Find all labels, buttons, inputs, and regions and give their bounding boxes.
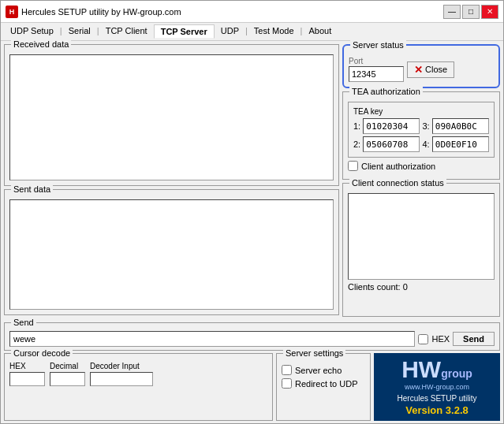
decimal-decode-label: Decimal	[50, 362, 85, 370]
server-echo-label: Server echo	[295, 366, 342, 375]
hex-decode-input[interactable]	[9, 372, 45, 386]
window-title: Hercules SETUP utility by HW-group.com	[21, 7, 181, 17]
server-settings-label: Server settings	[283, 348, 345, 358]
left-panel: Received data Sent data	[4, 44, 339, 317]
port-row: Port ✕ Close	[349, 57, 494, 82]
tea-key-grid: 1: 3: 2: 4:	[353, 118, 489, 152]
hw-product: Hercules SETUP utility	[398, 394, 477, 403]
title-bar: H Hercules SETUP utility by HW-group.com…	[1, 1, 503, 23]
redirect-udp-label: Redirect to UDP	[295, 379, 357, 389]
cursor-decode-label: Cursor decode	[11, 348, 73, 358]
menu-tcp-server[interactable]: TCP Server	[154, 24, 215, 39]
redirect-udp-row: Redirect to UDP	[282, 378, 365, 389]
sent-data-group: Sent data	[4, 189, 339, 315]
tea-key-2-label: 2:	[353, 139, 360, 149]
bottom-area: Send HEX Send Cursor decode HEX Dec	[1, 320, 503, 423]
hex-checkbox[interactable]	[418, 334, 428, 344]
send-button[interactable]: Send	[453, 332, 495, 346]
client-status-area	[348, 193, 495, 280]
port-input[interactable]	[349, 66, 404, 82]
tea-key-3-input[interactable]	[432, 118, 489, 134]
server-settings-group: Server settings Server echo Redirect to …	[276, 353, 371, 421]
server-status-group: Server status Port ✕ Close	[342, 44, 500, 88]
main-window: H Hercules SETUP utility by HW-group.com…	[0, 0, 504, 424]
clients-count-row: Clients count: 0	[348, 282, 495, 292]
send-group: Send HEX Send	[4, 322, 500, 351]
server-echo-checkbox[interactable]	[282, 365, 292, 375]
tea-group: TEA authorization TEA key 1: 3: 2: 4:	[342, 91, 500, 180]
menu-bar: UDP Setup | Serial | TCP Client TCP Serv…	[1, 23, 503, 41]
client-auth-checkbox[interactable]	[348, 161, 358, 171]
redirect-udp-checkbox[interactable]	[282, 378, 292, 389]
right-panel: Server status Port ✕ Close TEA authoriza…	[342, 44, 500, 317]
received-data-area[interactable]	[9, 54, 334, 180]
hw-logo: HW group	[401, 358, 472, 381]
decoder-input-field[interactable]	[90, 372, 153, 386]
hw-url: www.HW-group.com	[405, 383, 469, 391]
hex-decode-col: HEX	[9, 362, 45, 386]
hw-logo-panel: HW group www.HW-group.com Hercules SETUP…	[374, 353, 500, 421]
tea-key-4-input[interactable]	[432, 136, 489, 152]
menu-about[interactable]: About	[302, 24, 338, 39]
title-bar-left: H Hercules SETUP utility by HW-group.com	[6, 6, 181, 18]
send-row: HEX Send	[9, 331, 495, 347]
menu-tcp-client[interactable]: TCP Client	[99, 24, 154, 39]
main-content: Received data Sent data Server status Po…	[1, 41, 503, 320]
bottom-controls-row: Cursor decode HEX Decimal Decoder Input	[4, 353, 500, 421]
hex-decode-label: HEX	[9, 362, 45, 370]
received-data-label: Received data	[11, 39, 71, 49]
tea-key-label: TEA key	[353, 107, 489, 116]
menu-udp[interactable]: UDP	[215, 24, 245, 39]
hex-label: HEX	[431, 334, 450, 344]
maximize-button[interactable]: □	[462, 5, 480, 19]
app-icon: H	[6, 6, 18, 18]
decoder-input-label: Decoder Input	[90, 362, 153, 370]
server-status-label: Server status	[350, 40, 406, 50]
menu-test-mode[interactable]: Test Mode	[248, 24, 301, 39]
server-close-button[interactable]: ✕ Close	[407, 61, 454, 78]
clients-count-value: 0	[403, 282, 408, 292]
hw-letters: HW	[401, 358, 441, 381]
tea-label: TEA authorization	[349, 87, 423, 96]
hw-group-text: group	[441, 367, 472, 380]
sent-data-label: Sent data	[11, 184, 53, 194]
tea-key-2-input[interactable]	[363, 136, 420, 152]
client-connection-group: Client connection status Clients count: …	[342, 183, 500, 317]
tea-key-3-label: 3:	[423, 121, 430, 131]
client-auth-row: Client authorization	[348, 161, 495, 171]
client-auth-label: Client authorization	[361, 162, 435, 171]
x-icon: ✕	[414, 64, 423, 76]
received-data-group: Received data	[4, 44, 339, 186]
window-controls: — □ ✕	[443, 5, 498, 19]
menu-serial[interactable]: Serial	[62, 24, 97, 39]
decimal-decode-col: Decimal	[50, 362, 85, 386]
cursor-decode-group: Cursor decode HEX Decimal Decoder Input	[4, 353, 273, 421]
decode-row: HEX Decimal Decoder Input	[9, 362, 267, 386]
decoder-input-col: Decoder Input	[90, 362, 153, 386]
send-input[interactable]	[9, 331, 415, 347]
window-close-button[interactable]: ✕	[481, 5, 498, 19]
sent-data-area[interactable]	[9, 199, 334, 310]
clients-count-label: Clients count:	[348, 282, 401, 292]
decimal-decode-input[interactable]	[50, 372, 85, 386]
tea-key-group: TEA key 1: 3: 2: 4:	[348, 102, 495, 158]
tea-key-1-input[interactable]	[363, 118, 420, 134]
send-label: Send	[11, 318, 36, 327]
port-label: Port	[349, 57, 404, 65]
close-button-label: Close	[425, 65, 447, 74]
menu-udp-setup[interactable]: UDP Setup	[4, 24, 60, 39]
minimize-button[interactable]: —	[443, 5, 461, 19]
tea-key-1-label: 1:	[353, 121, 360, 131]
tea-key-4-label: 4:	[423, 139, 430, 149]
server-echo-row: Server echo	[282, 365, 365, 375]
hw-version: Version 3.2.8	[405, 404, 469, 416]
client-connection-label: Client connection status	[349, 178, 446, 188]
